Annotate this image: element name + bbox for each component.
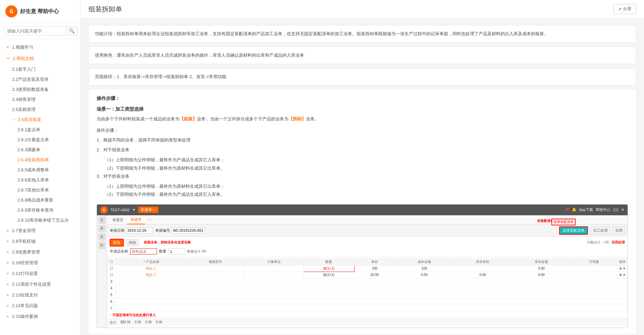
ss-assemble-btn[interactable]: 组装 <box>110 239 124 246</box>
ss-th-action: 操作 <box>618 258 628 265</box>
ss-right-content: 未提交 新建单 ··· 单据日期 单据编号 <box>107 215 628 328</box>
ss-table-header-row: ☐ ＊产品名称 规格型号 计量单位 数量 单价 成本金额 库存单价 库存金额 <box>107 258 628 265</box>
op-steps-label: 操作步骤： <box>97 96 628 102</box>
sidebar-sub-2.6.2[interactable]: 2.6.2分量盘点单 <box>0 135 80 145</box>
sidebar-item-mobile[interactable]: ＋ 2.8手机旺铺 <box>0 236 80 247</box>
ss-tab-new[interactable]: 新建单 <box>127 215 145 224</box>
sidebar-item-print[interactable]: ＋ 2.11打印设置 <box>0 268 80 279</box>
share-icon: ↗ <box>618 7 622 12</box>
sidebar-sub-2.6.5[interactable]: 2.6.5成本调整单 <box>0 165 80 175</box>
sidebar-item-finance[interactable]: ＋ 2.7资金管理 <box>0 225 80 236</box>
sidebar-sub-2.6.3[interactable]: 2.6.3调拨单 <box>0 145 80 155</box>
ss-td-name-1: 商品 1 <box>116 265 186 272</box>
ss-th-price: 单价 <box>354 258 395 265</box>
ss-new-btn[interactable]: 新建单一 <box>138 207 158 213</box>
ss-left-icon-3[interactable]: 查 <box>98 233 106 241</box>
sidebar-item-custom[interactable]: ＋ 2.12系统个性化设置 <box>0 279 80 290</box>
ss-header-right: 📌 🔔 App下载 帮助中心 CC ✕ <box>565 207 624 212</box>
sidebar-sub-2.6.10[interactable]: 2.6.10库存账本错了怎么办 <box>0 215 80 225</box>
sidebar-item-cases[interactable]: ＋ 2.15操作案例 <box>0 311 80 322</box>
ss-tab-done[interactable]: ··· <box>145 216 155 223</box>
search-button[interactable]: 🔍 <box>66 26 78 36</box>
scene1-op-steps: 操作步骤： <box>97 126 628 134</box>
sidebar-item-coupon[interactable]: ＋ 2.9优惠券管理 <box>0 247 80 258</box>
sidebar-item-payment[interactable]: ＋ 2.13在线支付 <box>0 290 80 300</box>
minus-icon-small: － <box>12 117 16 123</box>
ss-logo: 6 <box>100 206 108 214</box>
ss-complete-btn[interactable]: 完工处理 <box>591 227 610 234</box>
ss-tab-uncommitted[interactable]: 未提交 <box>109 216 127 224</box>
plus-icon: ＋ <box>5 228 10 234</box>
sidebar-item-docs[interactable]: － 2.帮助文档 <box>0 53 80 64</box>
sidebar-sub-inventory[interactable]: － 2.6库存核算 <box>0 115 80 125</box>
ss-left-icon-4[interactable]: 设 <box>98 242 106 249</box>
ss-td-qty-2: 请(1+1) <box>303 272 354 278</box>
search-input[interactable] <box>4 26 66 36</box>
ss-annotation-switch: 组装业务、拆卸业务在这里切换 <box>144 240 191 245</box>
ss-th-stock-amount: 库存金额 <box>512 258 571 265</box>
ss-dropdown: ▼ <box>132 208 136 212</box>
ss-upper-name-input[interactable] <box>130 248 157 255</box>
ss-th-check: ☐ <box>107 258 116 265</box>
ss-sub-table: ☐ ＊产品名称 规格型号 计量单位 数量 单价 成本金额 库存单价 库存金额 <box>107 258 628 312</box>
ss-no-label: 单据编号 <box>155 228 170 233</box>
ss-td-unit-2 <box>245 272 303 278</box>
plus-icon: ＋ <box>5 281 10 287</box>
ss-no-input[interactable] <box>171 227 205 233</box>
sidebar-item-video[interactable]: ＋ 1.视频学习 <box>0 42 80 53</box>
sidebar-sub-2.6.8[interactable]: 2.6.8商品成本重算 <box>0 195 80 205</box>
ss-left-icon-2[interactable]: 新 <box>98 225 106 232</box>
sidebar-sub-purchase[interactable]: 2.5采购管理 <box>0 105 80 115</box>
intro-box-1: 功能介绍：组装拆卸单用来处理企业组装或拆卸等加工业务，支持有固定装配清单的产品加… <box>89 25 636 43</box>
sidebar-sub-newcomer[interactable]: 2.1新手入门 <box>0 64 80 74</box>
ss-left-icon-1[interactable]: 首 <box>98 217 106 224</box>
ss-date-label: 单据日期 <box>110 228 124 233</box>
table-row: 3 <box>107 278 628 285</box>
sidebar-sub-2.6.4[interactable]: 2.6.4组装拆卸单 <box>0 155 80 165</box>
ss-save-btn[interactable]: 启用 <box>613 227 625 234</box>
step3-2: （2）下部明细为子件明细，最终作为产成品生成其它入库单。 <box>97 190 628 199</box>
ss-icon-2: 🔔 <box>572 208 577 212</box>
table-row: ☐ 商品 1 请(1+1) 100 100 0.00 <box>107 265 628 272</box>
ss-qty-input[interactable] <box>168 248 185 255</box>
breadcrumb: 页面路径：1、库存核算->库存管理->组装拆卸单 2、首页->常用功能 <box>95 74 226 79</box>
sidebar-sub-sales[interactable]: 2.4销售管理 <box>0 95 80 105</box>
ss-annotation-box-1: 选择装配清单 <box>551 219 576 225</box>
ss-th-usable: 可用量 <box>571 258 617 265</box>
ss-td-sa-2: 0.00 <box>512 272 571 278</box>
ss-td-name-2: 商品 2 <box>116 272 186 278</box>
ss-date-input[interactable] <box>126 227 153 233</box>
table-row: 5 <box>107 291 628 298</box>
ss-choose-bom-btn[interactable]: 选择装配清单 <box>559 226 588 235</box>
sidebar-sub-data-prep[interactable]: 2.3使用前数据准备 <box>0 85 80 95</box>
sidebar-sub-install[interactable]: 2.2产品安装及登录 <box>0 74 80 85</box>
search-area: 🔍 <box>0 23 80 39</box>
breadcrumb-box: 页面路径：1、库存核算->库存管理->组装拆卸单 2、首页->常用功能 <box>89 68 636 86</box>
ss-th-spec: 规格型号 <box>186 258 245 265</box>
ss-apps-label: App下载 <box>579 207 593 212</box>
ss-th-cost: 成本金额 <box>395 258 453 265</box>
ss-th-unit: 计量单位 <box>245 258 303 265</box>
ss-disassemble-btn[interactable]: 拆卸 <box>126 239 139 246</box>
sidebar-sub-2.6.7[interactable]: 2.6.7其他出库单 <box>0 185 80 195</box>
main-section: 操作步骤： 场景一：加工类型选择 当由多个子件材料组装成一个成品的业务为【组装】… <box>89 90 636 334</box>
sidebar-item-faq[interactable]: ＋ 2.14常见问题 <box>0 300 80 311</box>
table-row: 4 <box>107 285 628 291</box>
ss-qty-label: 数量 <box>159 249 166 254</box>
ss-footer-row: 合计 $$0.06 0.06 0.06 0.06 <box>107 319 628 326</box>
ss-total-3: 0.06 <box>145 320 152 325</box>
ss-close-icon[interactable]: ✕ <box>621 208 624 212</box>
sidebar-item-operation[interactable]: ＋ 2.10经营管理 <box>0 258 80 268</box>
sidebar-sub-2.6.9[interactable]: 2.6.9库存账本查询 <box>0 205 80 215</box>
sidebar-sub-2.6.6[interactable]: 2.6.6其他入库单 <box>0 175 80 185</box>
step3: 3、对于拆装业务 <box>97 172 628 180</box>
step2-1: （1）上部明细为父件明细，最终作为产成品生成其它入库单； <box>97 156 628 164</box>
plus-icon: ＋ <box>5 292 10 298</box>
highlight-disassemble: 【拆卸】 <box>288 116 306 121</box>
ss-td-empty-6-rest <box>116 298 628 305</box>
ss-td-empty-5: 5 <box>107 291 116 298</box>
sidebar-sub-2.6.1[interactable]: 2.6.1盘点单 <box>0 125 80 135</box>
ss-left-panel: 首 新 查 设 <box>97 215 107 328</box>
share-button[interactable]: ↗ 分享 <box>613 4 636 14</box>
ss-avatar: CC <box>613 208 619 212</box>
